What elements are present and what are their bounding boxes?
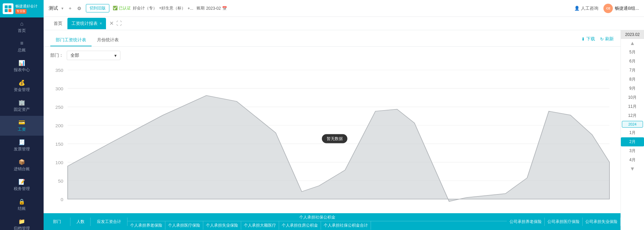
svg-text:0: 0 — [61, 197, 63, 202]
refresh-button[interactable]: ↻ 刷新 — [600, 36, 614, 42]
maximize-icon[interactable]: ⛶ — [116, 20, 122, 27]
sidebar-item-reports[interactable]: 📊 报表中心 — [0, 56, 44, 76]
settings-gear-icon[interactable]: ⚙ — [76, 5, 83, 12]
app-logo: 畅捷通好会计 专业版 — [0, 0, 44, 17]
sales-icon: 📦 — [18, 159, 25, 165]
archive-icon: 📁 — [18, 218, 25, 225]
tab-close-icon[interactable]: × — [100, 21, 102, 26]
sidebar-item-assets[interactable]: 🏢 固定资产 — [0, 96, 44, 116]
tab-label: 工资统计报表 — [71, 20, 98, 27]
col-personal-medical: 个人承担医疗保险 — [165, 221, 203, 230]
funds-icon: 💰 — [18, 80, 25, 86]
date-nav-up[interactable]: ▲ — [621, 39, 644, 48]
svg-text:50: 50 — [58, 179, 63, 183]
date-month-6[interactable]: 6月 — [621, 57, 644, 66]
company-dropdown-arrow[interactable]: ▾ — [61, 6, 63, 11]
sidebar-item-close[interactable]: 🔒 结账 — [0, 195, 44, 215]
sidebar: 畅捷通好会计 专业版 ⌂ 首页 ≡ 总账 📊 报表中心 💰 资金管理 🏢 固定资… — [0, 0, 44, 230]
filter-label: 部门： — [50, 52, 63, 58]
date-nav-down[interactable]: ▼ — [621, 165, 644, 173]
download-button[interactable]: ⬇ 下载 — [581, 36, 595, 42]
svg-rect-1 — [8, 5, 11, 8]
sidebar-item-sales[interactable]: 📦 进销台账 — [0, 155, 44, 175]
logo-icon — [3, 3, 13, 14]
date-month-4-2024[interactable]: 4月 — [621, 155, 644, 165]
date-month-12[interactable]: 12月 — [621, 111, 644, 120]
svg-text:350: 350 — [55, 68, 63, 73]
tax-icon: 📝 — [18, 179, 25, 185]
date-month-7[interactable]: 7月 — [621, 66, 644, 75]
tabs-bar: 首页 工资统计报表 × ✕ ⛶ — [44, 17, 644, 30]
sidebar-item-label: 归档管理 — [14, 226, 30, 230]
close-account-icon: 🔒 — [18, 198, 25, 205]
date-month-1-2024[interactable]: 1月 — [621, 128, 644, 137]
date-month-3-2024[interactable]: 3月 — [621, 146, 644, 155]
tab-dept-stats[interactable]: 部门工资统计表 — [50, 34, 92, 46]
sidebar-item-invoice[interactable]: 🧾 发票管理 — [0, 136, 44, 155]
help-button[interactable]: 👤 人工咨询 — [574, 5, 598, 11]
year-2024-marker[interactable]: 2024 — [622, 121, 643, 128]
sidebar-menu: ⌂ 首页 ≡ 总账 📊 报表中心 💰 资金管理 🏢 固定资产 💳 工资 🧾 发票… — [0, 17, 44, 230]
refresh-icon: ↻ — [600, 37, 604, 42]
period-value: 2023-02 — [206, 6, 221, 11]
date-month-8[interactable]: 8月 — [621, 75, 644, 84]
sidebar-item-archive[interactable]: 📁 归档管理 — [0, 215, 44, 230]
badge-good-account: 好会计（专） — [133, 5, 157, 11]
tab-salary-report[interactable]: 工资统计报表 × — [67, 18, 106, 29]
col-company-unemployment: 公司承担失业保险 — [583, 218, 621, 226]
user-menu[interactable]: CE 畅捷通B组... — [603, 4, 639, 13]
sidebar-item-label: 资金管理 — [14, 87, 30, 93]
date-month-10[interactable]: 10月 — [621, 93, 644, 102]
col-dept: 部门 — [44, 218, 70, 226]
date-month-2-2024[interactable]: 2月 — [621, 137, 644, 146]
date-month-9[interactable]: 9月 — [621, 84, 644, 93]
svg-text:200: 200 — [55, 124, 63, 128]
sidebar-item-label: 进销台账 — [14, 166, 30, 172]
sidebar-item-label: 报表中心 — [14, 67, 30, 73]
sidebar-item-label: 固定资产 — [14, 107, 30, 112]
tab-home[interactable]: 首页 — [49, 18, 67, 29]
col-salary: 应发工资合计 — [91, 218, 127, 226]
chevron-down-icon: ▾ — [114, 53, 117, 58]
svg-text:300: 300 — [55, 87, 63, 91]
sidebar-item-tax[interactable]: 📝 税务管理 — [0, 175, 44, 195]
logo-text: 畅捷通好会计 专业版 — [15, 4, 38, 14]
sidebar-item-funds[interactable]: 💰 资金管理 — [0, 76, 44, 96]
reports-icon: 📊 — [18, 60, 25, 66]
date-current: 2023.02 — [621, 30, 644, 39]
col-company-pension: 公司承担养老保险 — [507, 218, 545, 226]
sidebar-item-home[interactable]: ⌂ 首页 — [0, 17, 44, 37]
window-controls: ✕ ⛶ — [109, 20, 122, 27]
add-button[interactable]: ＋ — [67, 4, 73, 12]
download-icon: ⬇ — [581, 37, 585, 42]
col-company-medical: 公司承担医疗保险 — [545, 218, 583, 226]
chart-panel: 部门工资统计表 月份统计表 ⬇ 下载 ↻ 刷新 — [44, 30, 621, 230]
tab-month-stats[interactable]: 月份统计表 — [92, 34, 124, 46]
sidebar-item-label: 发票管理 — [14, 146, 30, 152]
svg-text:250: 250 — [55, 105, 63, 110]
user-avatar: CE — [603, 4, 613, 13]
sidebar-item-ledger[interactable]: ≡ 总账 — [0, 37, 44, 56]
svg-text:100: 100 — [55, 160, 63, 165]
department-select[interactable]: 全部 ▾ — [67, 51, 120, 60]
sidebar-item-salary[interactable]: 💳 工资 — [0, 116, 44, 136]
ledger-icon: ≡ — [20, 40, 23, 46]
sidebar-item-label: 结账 — [18, 206, 26, 212]
date-month-11[interactable]: 11月 — [621, 102, 644, 111]
col-personal-total: 个人承担社保公积金合计 — [321, 221, 371, 230]
header-icons: ＋ ⚙ — [67, 4, 83, 12]
select-value: 全部 — [70, 52, 79, 58]
date-sidebar: 2023.02 ▲ 5月 6月 7月 8月 9月 10月 11月 12月 202… — [621, 30, 644, 230]
switch-version-button[interactable]: 切到旧版 — [86, 4, 109, 12]
area-chart: 350 300 250 200 150 100 50 0 — [50, 64, 614, 213]
col-personal-pension: 个人承担养老保险 — [127, 221, 165, 230]
main-area: 测试 ▾ ＋ ⚙ 切到旧版 ✅ 已认证 好会计（专） +好生意（标） +... … — [44, 0, 644, 230]
svg-rect-0 — [5, 5, 8, 8]
calendar-icon[interactable]: 📅 — [222, 6, 227, 11]
col-personal-major-medical: 个人承担大额医疗 — [241, 221, 279, 230]
period-label: 账期 — [197, 5, 205, 11]
close-window-icon[interactable]: ✕ — [109, 20, 114, 27]
col-count: 人数 — [70, 218, 91, 226]
date-month-5[interactable]: 5月 — [621, 48, 644, 57]
sub-tab-actions: ⬇ 下载 ↻ 刷新 — [581, 36, 614, 45]
